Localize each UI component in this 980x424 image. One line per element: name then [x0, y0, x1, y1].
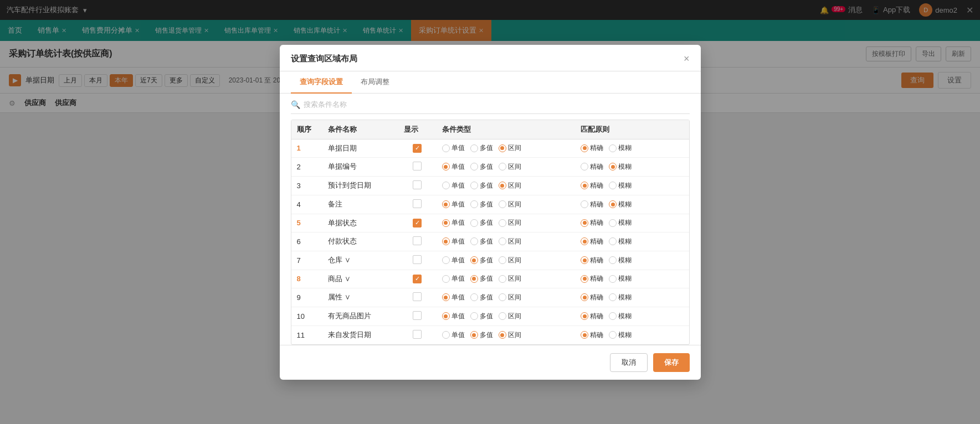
modal-tabs: 查询字段设置 布局调整	[280, 71, 701, 94]
modal-close-button[interactable]: ×	[684, 54, 690, 64]
modal-overlay: 设置查询区域布局 × 查询字段设置 布局调整 🔍 顺序 条件名称	[0, 0, 980, 113]
search-input[interactable]	[304, 100, 414, 108]
tab-layout-adjust[interactable]: 布局调整	[352, 71, 398, 94]
settings-modal: 设置查询区域布局 × 查询字段设置 布局调整 🔍 顺序 条件名称	[280, 45, 701, 113]
search-icon: 🔍	[291, 100, 300, 109]
tab-query-fields[interactable]: 查询字段设置	[291, 71, 352, 94]
modal-body: 🔍 顺序 条件名称 显示 条件类型 匹配原则	[280, 94, 701, 113]
search-box: 🔍	[291, 100, 690, 113]
modal-header: 设置查询区域布局 ×	[280, 45, 701, 71]
modal-title: 设置查询区域布局	[291, 54, 357, 64]
